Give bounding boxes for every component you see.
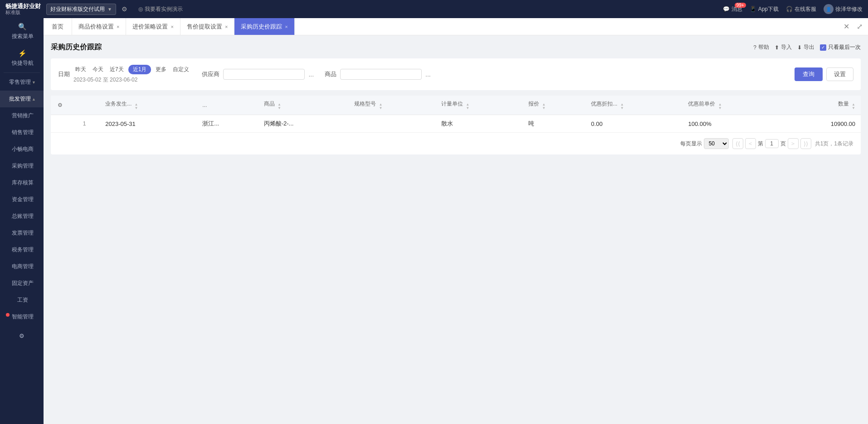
sidebar-item-accounting[interactable]: 总账管理 [0, 208, 44, 225]
phone-icon: 📱 [750, 6, 756, 12]
page-nav: ⟨⟨ ＜ 第 1 页 ＞ ⟩⟩ [732, 138, 811, 149]
pagination: 每页显示 20 50 100 ⟨⟨ ＜ 第 1 页 ＞ [51, 133, 861, 154]
settings-button[interactable]: 设置 [826, 67, 853, 81]
data-table: ⚙ 业务发生... ▲▼ ... 商品 ▲▼ [51, 96, 861, 133]
td-pre-discount-price: 10900.00 [782, 115, 861, 133]
version-selector[interactable]: 好业财标准版交付试用 ▼ [46, 4, 116, 15]
date-btn-yesterday[interactable]: 昨天 [73, 65, 88, 74]
sidebar-item-salary[interactable]: 工资 [0, 292, 44, 308]
date-btn-custom[interactable]: 自定义 [171, 65, 191, 74]
date-btn-7days[interactable]: 近7天 [108, 65, 126, 74]
sidebar-item-inventory[interactable]: 库存核算 [0, 174, 44, 191]
page-size-select[interactable]: 20 50 100 [704, 138, 729, 149]
th-quote[interactable]: 报价 ▲▼ [523, 96, 585, 115]
tab-bar: 首页 商品价格设置 × 进价策略设置 × 售价提取设置 × 采购历史价跟踪 × … [44, 18, 868, 35]
date-filter: 昨天 今天 近7天 近1月 更多 自定义 [73, 65, 191, 74]
help-button[interactable]: ? 帮助 [753, 43, 769, 51]
th-date[interactable]: 业务发生... ▲▼ [100, 96, 197, 115]
date-btn-more[interactable]: 更多 [154, 65, 168, 74]
maximize-icon[interactable]: ⤢ [855, 20, 864, 33]
sidebar-item-fixed-assets[interactable]: 固定资产 [0, 275, 44, 292]
sidebar-item-finance[interactable]: 资金管理 [0, 191, 44, 208]
sidebar-item-marketing[interactable]: 营销推广 [0, 107, 44, 124]
tab-close-history-price[interactable]: × [285, 24, 288, 29]
sidebar-item-sales[interactable]: 销售管理 [0, 124, 44, 141]
th-goods[interactable]: 商品 ▲▼ [258, 96, 349, 115]
first-page-button[interactable]: ⟨⟨ [732, 138, 743, 149]
next-page-button[interactable]: ＞ [788, 138, 799, 149]
settings-icon[interactable]: ⚙ [122, 5, 127, 13]
last-only-checkbox[interactable]: ✓ 只看最后一次 [820, 43, 861, 51]
export-button[interactable]: ⬇ 导出 [797, 43, 814, 51]
th-dots[interactable]: ... [197, 96, 258, 115]
page-content: 采购历史价跟踪 ? 帮助 ⬆ 导入 ⬇ 导出 ✓ [44, 35, 868, 424]
td-price-unit: 吨 [523, 115, 585, 133]
filter-area: 日期 昨天 今天 近7天 近1月 更多 自定义 2023-05-02 至 202… [51, 58, 861, 90]
tab-right-actions: ✕ ⤢ [842, 20, 868, 33]
th-gear[interactable]: ⚙ [51, 96, 69, 115]
sidebar-item-invoice[interactable]: 发票管理 [0, 225, 44, 241]
tab-history-price[interactable]: 采购历史价跟踪 × [234, 18, 294, 35]
td-seq: 1 [69, 115, 100, 133]
page-title: 采购历史价跟踪 [51, 43, 102, 52]
sidebar-item-purchase[interactable]: 采购管理 [0, 158, 44, 174]
td-spec [349, 115, 436, 133]
sidebar-item-ecommerce[interactable]: 电商管理 [0, 258, 44, 275]
prev-page-button[interactable]: ＜ [745, 138, 756, 149]
content-area: 首页 商品价格设置 × 进价策略设置 × 售价提取设置 × 采购历史价跟踪 × … [44, 18, 868, 424]
user-menu[interactable]: 👤 徐泽华修改 [824, 4, 863, 14]
sidebar-search[interactable]: 🔍 搜索菜单 [0, 18, 44, 45]
sidebar-quick-nav[interactable]: ⚡ 快捷导航 [0, 45, 44, 72]
th-unit[interactable]: 计量单位 ▲▼ [436, 96, 523, 115]
goods-input[interactable] [340, 69, 422, 80]
sidebar-bottom-gear[interactable]: ⚙ [0, 329, 44, 343]
filter-actions: 查询 设置 [795, 67, 853, 81]
th-pre-discount[interactable]: 优惠前单价 ▲▼ [683, 96, 782, 115]
current-page-input[interactable]: 1 [765, 139, 779, 148]
sidebar-item-retail[interactable]: 零售管理 ▼ [0, 74, 44, 91]
page-header: 采购历史价跟踪 ? 帮助 ⬆ 导入 ⬇ 导出 ✓ [51, 43, 861, 52]
headset-icon: 🎧 [786, 6, 793, 12]
total-info: 共1页，1条记录 [815, 140, 853, 148]
td-supplier: 浙江... [197, 115, 258, 133]
tab-close-price[interactable]: × [117, 24, 119, 29]
data-table-container: ⚙ 业务发生... ▲▼ ... 商品 ▲▼ [51, 96, 861, 154]
last-page-button[interactable]: ⟩⟩ [800, 138, 811, 149]
th-spec[interactable]: 规格型号 ▲▼ [349, 96, 436, 115]
filter-date-item: 日期 昨天 今天 近7天 近1月 更多 自定义 2023-05-02 至 202… [58, 65, 191, 84]
sidebar-item-ecommerce-small[interactable]: 小畅电商 [0, 141, 44, 158]
goods-more-icon[interactable]: ... [425, 71, 431, 78]
date-btn-1month[interactable]: 近1月 [128, 65, 151, 74]
date-filter-wrapper: 昨天 今天 近7天 近1月 更多 自定义 2023-05-02 至 2023-0… [73, 65, 191, 84]
online-service-button[interactable]: 🎧 在线客服 [786, 5, 816, 13]
sidebar-item-wholesale[interactable]: 批发管理 ▲ [0, 91, 44, 107]
sort-icon: ▲▼ [542, 103, 546, 110]
date-btn-today[interactable]: 今天 [91, 65, 105, 74]
app-download-button[interactable]: 📱 App下载 [750, 5, 779, 13]
th-discount[interactable]: 优惠折扣... ▲▼ [585, 96, 683, 115]
tab-close-strategy[interactable]: × [171, 24, 173, 29]
import-button[interactable]: ⬆ 导入 [775, 43, 792, 51]
demo-link[interactable]: ◎ 我要看实例演示 [138, 5, 183, 13]
th-quantity[interactable]: 数量 ▲▼ [782, 96, 861, 115]
messages-button[interactable]: 💬 消息 99+ [723, 5, 742, 13]
filter-goods-item: 商品 ... [325, 69, 431, 80]
td-gear [51, 115, 69, 133]
tab-sale-price[interactable]: 售价提取设置 × [180, 18, 234, 35]
tab-price[interactable]: 商品价格设置 × [72, 18, 126, 35]
table-row: 1 2023-05-31 浙江... 丙烯酸-2-... 散水 吨 0.00 1… [51, 115, 861, 133]
main-layout: 🔍 搜索菜单 ⚡ 快捷导航 零售管理 ▼ 批发管理 ▲ 营销推广 销售管理 小畅… [0, 18, 868, 424]
supplier-input[interactable] [223, 69, 305, 80]
topbar: 畅捷通好业财 标准版 好业财标准版交付试用 ▼ ⚙ ◎ 我要看实例演示 💬 消息… [0, 0, 868, 18]
supplier-more-icon[interactable]: ... [308, 71, 314, 78]
tab-home[interactable]: 首页 [44, 18, 72, 35]
th-seq [69, 96, 100, 115]
sidebar-item-intelligent[interactable]: 智能管理 [0, 308, 44, 325]
close-tab-icon[interactable]: ✕ [842, 20, 851, 33]
tab-strategy[interactable]: 进价策略设置 × [126, 18, 180, 35]
sidebar-item-tax[interactable]: 税务管理 [0, 241, 44, 258]
page-label: 页 [780, 140, 786, 148]
tab-close-sale-price[interactable]: × [225, 24, 228, 29]
topbar-center: 好业财标准版交付试用 ▼ ⚙ ◎ 我要看实例演示 [46, 4, 723, 15]
query-button[interactable]: 查询 [795, 67, 823, 81]
